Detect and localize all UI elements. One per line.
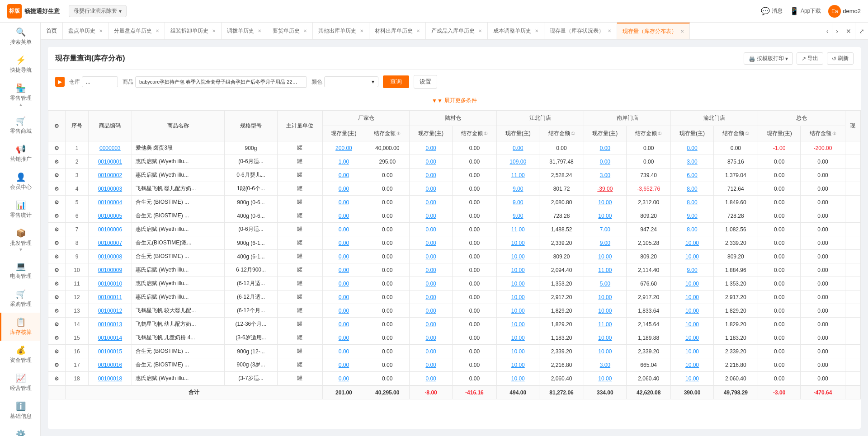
td-yb-stock[interactable]: 10.00 xyxy=(671,277,713,291)
td-lc-stock[interactable]: 0.00 xyxy=(410,250,452,263)
sidebar-item-inventory[interactable]: 📋 库存核算 xyxy=(0,313,40,341)
td-jb-stock[interactable]: 9.00 xyxy=(497,182,539,196)
td-na-stock[interactable]: 10.00 xyxy=(584,196,626,209)
td-code[interactable]: 00100015 xyxy=(88,345,132,358)
td-cj-stock[interactable]: 0.00 xyxy=(322,196,365,209)
td-gear[interactable]: ⚙ xyxy=(48,155,66,169)
td-na-stock[interactable]: 11.00 xyxy=(584,318,626,331)
td-yb-stock[interactable]: 10.00 xyxy=(671,291,713,304)
td-gear[interactable]: ⚙ xyxy=(48,291,66,304)
td-na-stock[interactable]: 7.00 xyxy=(584,223,626,236)
td-lc-stock[interactable]: 0.00 xyxy=(410,331,452,345)
td-lc-stock[interactable]: 0.00 xyxy=(410,358,452,372)
td-gear[interactable]: ⚙ xyxy=(48,263,66,277)
td-na-stock[interactable]: 0.00 xyxy=(584,141,626,155)
td-yb-stock[interactable]: 10.00 xyxy=(671,250,713,263)
td-na-stock[interactable]: 10.00 xyxy=(584,291,626,304)
td-gear[interactable]: ⚙ xyxy=(48,318,66,331)
td-na-stock[interactable]: 10.00 xyxy=(584,250,626,263)
tab-order-history[interactable]: 要货单历史 ✕ xyxy=(267,23,313,40)
td-jb-stock[interactable]: 10.00 xyxy=(497,263,539,277)
td-cj-stock[interactable]: 200.00 xyxy=(322,141,365,155)
td-jb-stock[interactable]: 10.00 xyxy=(497,250,539,263)
color-input[interactable]: ▾ xyxy=(324,76,378,87)
td-jb-stock[interactable]: 10.00 xyxy=(497,358,539,372)
sidebar-item-retail-mgmt[interactable]: 🏪 零售管理 ▲ xyxy=(0,79,40,112)
td-jb-stock[interactable]: 9.00 xyxy=(497,196,539,209)
sidebar-item-retail-mall[interactable]: 🛒 零售商城 xyxy=(0,112,40,140)
sidebar-item-search[interactable]: 🔍 搜索英单 xyxy=(0,23,40,51)
td-yb-stock[interactable]: 8.00 xyxy=(671,182,713,196)
td-code[interactable]: 00100014 xyxy=(88,331,132,345)
td-lc-stock[interactable]: 0.00 xyxy=(410,196,452,209)
td-jb-stock[interactable]: 10.00 xyxy=(497,345,539,358)
td-code[interactable]: 00100001 xyxy=(88,155,132,169)
td-cj-stock[interactable]: 0.00 xyxy=(322,291,365,304)
tab-maximize-btn[interactable]: ⤢ xyxy=(855,23,868,40)
tab-close-icon[interactable]: ✕ xyxy=(156,28,159,33)
td-na-stock[interactable]: 10.00 xyxy=(584,209,626,223)
tab-assembly-history[interactable]: 组装拆卸单历史 ✕ xyxy=(165,23,222,40)
tab-close-btn[interactable]: ✕ xyxy=(842,23,855,40)
td-cj-stock[interactable]: 0.00 xyxy=(322,169,365,182)
th-info-icon-4[interactable]: ① xyxy=(658,131,662,136)
sidebar-item-purchase[interactable]: 🛒 采购管理 xyxy=(0,285,40,313)
td-gear[interactable]: ⚙ xyxy=(48,196,66,209)
td-jb-stock[interactable]: 10.00 xyxy=(497,291,539,304)
td-na-stock[interactable]: 3.00 xyxy=(584,358,626,372)
tab-inventory-distribution[interactable]: 现存量（库存分布表） ✕ xyxy=(617,23,690,40)
td-lc-stock[interactable]: 0.00 xyxy=(410,209,452,223)
td-yb-stock[interactable]: 10.00 xyxy=(671,331,713,345)
td-jb-stock[interactable]: 10.00 xyxy=(497,372,539,386)
sidebar-item-retail-stats[interactable]: 📊 零售统计 xyxy=(0,196,40,224)
print-btn[interactable]: 🖨️ 按模版打印 ▾ xyxy=(744,52,793,65)
td-cj-stock[interactable]: 0.00 xyxy=(322,358,365,372)
td-cj-stock[interactable]: 0.00 xyxy=(322,182,365,196)
tab-home[interactable]: 首页 xyxy=(41,23,63,40)
td-code[interactable]: 00100002 xyxy=(88,169,132,182)
td-na-stock[interactable]: 5.00 xyxy=(584,277,626,291)
refresh-btn[interactable]: ↺ 刷新 xyxy=(827,52,854,65)
sidebar-item-basic-info[interactable]: ℹ️ 基础信息 xyxy=(0,397,40,425)
td-code[interactable]: 00100007 xyxy=(88,236,132,250)
tab-next-btn[interactable]: › xyxy=(832,23,842,40)
industry-selector[interactable]: 母婴行业演示陈套 ▾ xyxy=(69,5,127,17)
td-cj-stock[interactable]: 0.00 xyxy=(322,209,365,223)
tab-cost-adjust[interactable]: 成本调整单历史 ✕ xyxy=(488,23,544,40)
td-yb-stock[interactable]: 8.00 xyxy=(671,196,713,209)
warehouse-input[interactable]: ... xyxy=(82,76,118,87)
td-yb-stock[interactable]: 8.00 xyxy=(671,223,713,236)
td-cj-stock[interactable]: 0.00 xyxy=(322,304,365,318)
td-na-stock[interactable]: 11.00 xyxy=(584,263,626,277)
td-lc-stock[interactable]: 0.00 xyxy=(410,169,452,182)
td-jb-stock[interactable]: 10.00 xyxy=(497,277,539,291)
td-na-stock[interactable]: 0.00 xyxy=(584,155,626,169)
settings-btn[interactable]: 设置 xyxy=(414,75,437,89)
tab-close-icon[interactable]: ✕ xyxy=(680,29,684,34)
td-yb-stock[interactable]: 9.00 xyxy=(671,263,713,277)
td-jb-stock[interactable]: 10.00 xyxy=(497,236,539,250)
td-yb-stock[interactable]: 10.00 xyxy=(671,304,713,318)
th-info-icon[interactable]: ① xyxy=(396,131,401,136)
td-gear[interactable]: ⚙ xyxy=(48,331,66,345)
td-code[interactable]: 00100009 xyxy=(88,263,132,277)
td-cj-stock[interactable]: 1.00 xyxy=(322,155,365,169)
app-download-btn[interactable]: 📱 App下载 xyxy=(790,7,821,15)
tab-close-icon[interactable]: ✕ xyxy=(212,28,216,33)
td-jb-stock[interactable]: 10.00 xyxy=(497,318,539,331)
td-code[interactable]: 00100016 xyxy=(88,358,132,372)
sidebar-item-finance[interactable]: 💰 资金管理 xyxy=(0,341,40,369)
td-yb-stock[interactable]: 0.00 xyxy=(671,141,713,155)
td-lc-stock[interactable]: 0.00 xyxy=(410,277,452,291)
expand-conditions-btn[interactable]: ▼▼ 展开更多条件 xyxy=(432,97,477,104)
td-lc-stock[interactable]: 0.00 xyxy=(410,182,452,196)
th-gear[interactable]: ⚙ xyxy=(48,111,66,141)
td-yb-stock[interactable]: 9.00 xyxy=(671,209,713,223)
td-code[interactable]: 00100004 xyxy=(88,196,132,209)
export-btn[interactable]: ↗ 导出 xyxy=(797,52,823,65)
td-code[interactable]: 00100008 xyxy=(88,250,132,263)
tab-close-icon[interactable]: ✕ xyxy=(608,28,611,33)
expand-btn[interactable]: ▶ xyxy=(55,77,65,87)
td-code[interactable]: 00100006 xyxy=(88,223,132,236)
th-info-icon-3[interactable]: ① xyxy=(571,131,575,136)
